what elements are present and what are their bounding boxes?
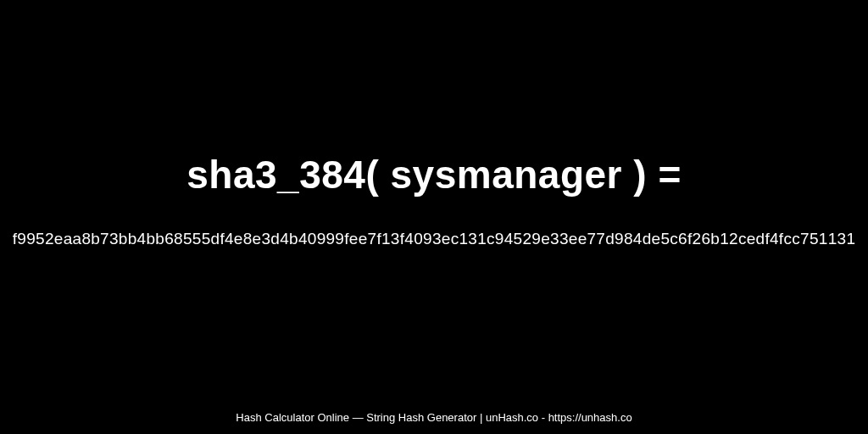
hash-expression: sha3_384( sysmanager ) =: [186, 152, 682, 198]
footer-attribution: Hash Calculator Online — String Hash Gen…: [0, 411, 868, 424]
hash-output-value: f9952eaa8b73bb4bb68555df4e8e3d4b40999fee…: [13, 230, 856, 248]
hash-display-container: sha3_384( sysmanager ) = f9952eaa8b73bb4…: [0, 0, 868, 434]
footer-text: Hash Calculator Online — String Hash Gen…: [236, 411, 632, 424]
